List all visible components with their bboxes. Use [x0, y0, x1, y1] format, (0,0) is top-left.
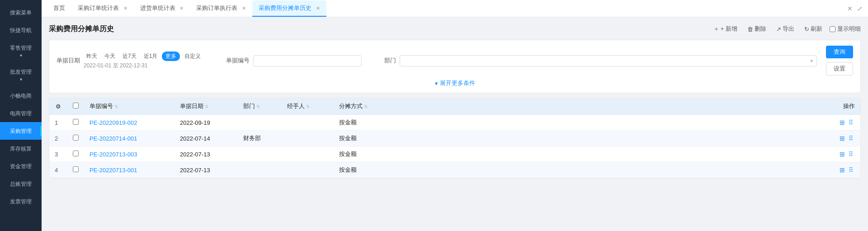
- sidebar-item-quicknav[interactable]: 快捷导航: [0, 21, 42, 39]
- row-select[interactable]: [73, 166, 79, 172]
- row-handler: [282, 131, 333, 146]
- order-no-filter: 单据编号: [226, 55, 362, 66]
- tab-home[interactable]: 首页: [47, 0, 71, 17]
- date-btn-1month[interactable]: 近1月: [141, 52, 160, 61]
- sort-icon: ⇅: [256, 104, 260, 109]
- header-actions: ＋ + 新增 🗑 删除 ↗ 导出 ↻ 刷新 显示明细: [711, 24, 861, 34]
- expand-more-btn[interactable]: ▾ 展开更多条件: [57, 79, 853, 87]
- tab-inbound-stats[interactable]: 进货单统计表 ✕: [134, 0, 190, 17]
- close-icon[interactable]: ✕: [123, 5, 127, 11]
- date-btn-more[interactable]: 更多: [162, 52, 180, 61]
- more-icon[interactable]: ⠿: [849, 119, 853, 126]
- query-button[interactable]: 查询: [826, 46, 853, 58]
- sidebar-item-finance[interactable]: 资金管理: [0, 157, 42, 175]
- main-area: 首页 采购订单统计表 ✕ 进货单统计表 ✕ 采购订单执行表 ✕ 采购费用分摊单历…: [42, 0, 868, 231]
- row-dept: [238, 162, 282, 178]
- view-icon[interactable]: ⊞: [840, 135, 845, 142]
- date-btn-today[interactable]: 今天: [102, 52, 118, 61]
- col-dept: 部门 ⇅: [238, 98, 282, 115]
- dept-sort[interactable]: 部门 ⇅: [243, 102, 260, 110]
- show-cols-input[interactable]: [830, 26, 835, 32]
- row-handler: [282, 115, 333, 131]
- alloc-sort[interactable]: 分摊方式 ⇅: [339, 102, 368, 110]
- tab-po-stats[interactable]: 采购订单统计表 ✕: [71, 0, 134, 17]
- date-btn-yesterday[interactable]: 昨天: [84, 52, 100, 61]
- settings-button[interactable]: 设置: [826, 62, 853, 75]
- sidebar-item-search[interactable]: 搜索菜单: [0, 4, 42, 21]
- row-select[interactable]: [73, 119, 79, 125]
- close-icon[interactable]: ✕: [179, 5, 184, 11]
- col-doc-date: 单据日期 ⇅: [175, 98, 238, 115]
- row-doc-no: PE-20220713-003: [84, 146, 175, 162]
- row-num: 1: [49, 115, 67, 131]
- filter-row: 单据日期 昨天 今天 近7天 近1月 更多 自定义 2022-01-01 至 2…: [57, 46, 853, 75]
- view-icon[interactable]: ⊞: [840, 166, 845, 174]
- more-icon[interactable]: ⠿: [849, 135, 853, 142]
- col-doc-no: 单据编号 ⇅: [84, 98, 175, 115]
- row-select[interactable]: [73, 135, 79, 141]
- row-doc-date: 2022-09-19: [175, 115, 238, 131]
- window-close-icon[interactable]: ✕: [847, 5, 853, 12]
- row-select[interactable]: [73, 151, 79, 156]
- close-icon[interactable]: ✕: [316, 5, 320, 11]
- table-row: 2 PE-20220714-001 2022-07-14 财务部 按金额 ⊞ ⠿: [49, 131, 860, 146]
- row-num: 3: [49, 146, 67, 162]
- row-checkbox[interactable]: [67, 146, 84, 162]
- table-row: 1 PE-20220919-002 2022-09-19 按金额 ⊞ ⠿: [49, 115, 860, 131]
- row-doc-no: PE-20220714-001: [84, 131, 175, 146]
- sidebar-item-ecommerce[interactable]: 电商管理: [0, 104, 42, 122]
- export-button[interactable]: ↗ 导出: [774, 24, 797, 34]
- more-icon[interactable]: ⠿: [849, 166, 853, 174]
- col-checkbox[interactable]: [67, 98, 84, 115]
- sidebar-item-invoice[interactable]: 发票管理: [0, 193, 42, 210]
- row-alloc-method: 按金额: [334, 131, 820, 146]
- filter-area: 单据日期 昨天 今天 近7天 近1月 更多 自定义 2022-01-01 至 2…: [49, 40, 861, 93]
- dept-filter: 部门 财务部: [384, 55, 817, 66]
- view-icon[interactable]: ⊞: [840, 151, 845, 158]
- date-btn-custom[interactable]: 自定义: [182, 52, 203, 61]
- order-no-input[interactable]: [253, 55, 362, 66]
- dept-select[interactable]: 财务部: [400, 55, 817, 66]
- filter-buttons: 查询 设置: [826, 46, 853, 75]
- view-icon[interactable]: ⊞: [840, 119, 845, 126]
- close-icon[interactable]: ✕: [242, 5, 246, 11]
- col-settings[interactable]: ⚙: [49, 98, 67, 115]
- row-handler: [282, 162, 333, 178]
- select-all-checkbox[interactable]: [73, 103, 79, 108]
- show-cols-checkbox[interactable]: 显示明细: [830, 25, 861, 33]
- handler-sort[interactable]: 经手人 ⇅: [287, 102, 310, 110]
- sort-icon: ⇅: [306, 104, 310, 109]
- row-checkbox[interactable]: [67, 115, 84, 131]
- doc-no-link[interactable]: PE-20220714-001: [90, 135, 137, 142]
- more-icon[interactable]: ⠿: [849, 151, 853, 158]
- sort-icon: ⇅: [114, 104, 118, 109]
- sidebar-item-ledger[interactable]: 总账管理: [0, 175, 42, 193]
- date-filter-group: 昨天 今天 近7天 近1月 更多 自定义 2022-01-01 至 2022-1…: [84, 52, 203, 70]
- sidebar-item-purchase[interactable]: 采购管理: [0, 122, 42, 140]
- sidebar-item-wholesale[interactable]: 批发管理 ▾: [0, 63, 42, 87]
- delete-button[interactable]: 🗑 删除: [745, 24, 769, 34]
- tab-po-exec[interactable]: 采购订单执行表 ✕: [190, 0, 252, 17]
- sidebar-item-retail[interactable]: 零售管理 ▾: [0, 39, 42, 63]
- doc-date-sort[interactable]: 单据日期 ⇅: [180, 102, 208, 110]
- date-btn-7days[interactable]: 近7天: [120, 52, 139, 61]
- sidebar-item-inventory[interactable]: 库存核算: [0, 140, 42, 157]
- sidebar-item-ecommerce-small[interactable]: 小畅电商: [0, 87, 42, 104]
- row-doc-date: 2022-07-14: [175, 131, 238, 146]
- row-checkbox[interactable]: [67, 162, 84, 178]
- tab-cost-alloc-history[interactable]: 采购费用分摊单历史 ✕: [252, 0, 326, 17]
- doc-no-sort[interactable]: 单据编号 ⇅: [90, 102, 118, 110]
- doc-no-link[interactable]: PE-20220713-001: [90, 167, 137, 174]
- window-expand-icon[interactable]: ⤢: [857, 5, 863, 12]
- doc-no-link[interactable]: PE-20220919-002: [90, 119, 137, 126]
- records-table: ⚙ 单据编号 ⇅ 单据日期: [49, 98, 860, 178]
- row-checkbox[interactable]: [67, 131, 84, 146]
- doc-no-link[interactable]: PE-20220713-003: [90, 151, 137, 158]
- table-body: 1 PE-20220919-002 2022-09-19 按金额 ⊞ ⠿: [49, 115, 860, 178]
- data-table: ⚙ 单据编号 ⇅ 单据日期: [49, 98, 861, 179]
- col-handler: 经手人 ⇅: [282, 98, 333, 115]
- sort-icon: ⇅: [205, 104, 208, 109]
- row-alloc-method: 按金额: [334, 146, 820, 162]
- refresh-button[interactable]: ↻ 刷新: [802, 24, 825, 34]
- add-button[interactable]: ＋ + 新增: [711, 24, 740, 34]
